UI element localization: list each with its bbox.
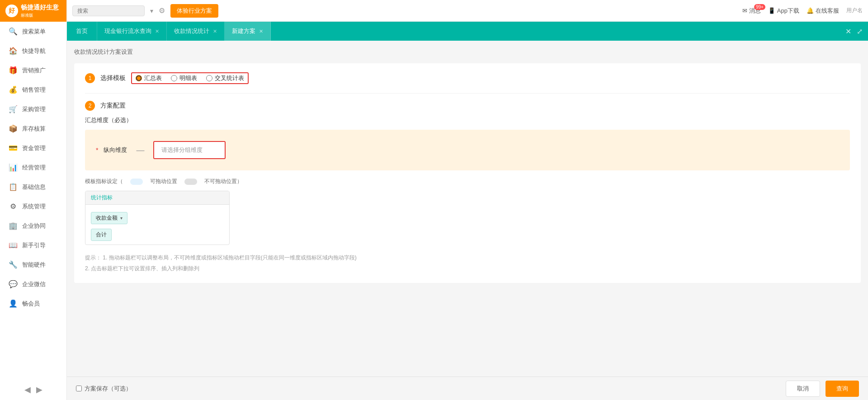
sidebar-item-label: 搜索菜单 (22, 28, 46, 36)
radio-summary[interactable]: 汇总表 (136, 74, 162, 82)
save-checkbox[interactable] (76, 386, 82, 391)
box-icon: 📦 (9, 124, 18, 133)
tab-new-plan-close[interactable]: ✕ (259, 28, 263, 34)
content-area: 收款情况统计方案设置 1 选择模板 汇总表 (67, 41, 868, 376)
radio-summary-input[interactable] (136, 75, 142, 81)
home-icon: 🏠 (9, 47, 18, 55)
sidebar-item-label: 资金管理 (22, 144, 46, 152)
asterisk: * (96, 146, 98, 154)
sidebar-item-search[interactable]: 🔍 搜索菜单 (0, 22, 66, 41)
cart-icon: 🛒 (9, 105, 18, 113)
sidebar-item-label: 采购管理 (22, 105, 46, 113)
settings-icon[interactable]: ⚙ (159, 6, 165, 15)
sidebar-footer: ◀ ▶ (0, 379, 66, 400)
sidebar-item-inventory[interactable]: 📦 库存核算 (0, 119, 66, 138)
sidebar-item-marketing[interactable]: 🎁 营销推广 (0, 61, 66, 80)
sidebar-item-label: 智能硬件 (22, 261, 46, 269)
stats-amount-tag[interactable]: 收款金额 ▾ (91, 212, 127, 224)
trial-button[interactable]: 体验行业方案 (170, 4, 218, 18)
sidebar-item-guide[interactable]: 📖 新手引导 (0, 235, 66, 255)
page-title: 收款情况统计方案设置 (74, 48, 861, 56)
book-icon: 📖 (9, 241, 18, 249)
stats-tag-row: 收款金额 ▾ (91, 212, 224, 224)
stats-amount-label: 收款金额 (96, 214, 118, 222)
radio-cross[interactable]: 交叉统计表 (206, 74, 244, 82)
bottom-buttons: 取消 查询 (786, 381, 859, 397)
online-service-label: 在线客服 (816, 7, 839, 15)
sidebar-item-sales[interactable]: 💰 销售管理 (0, 80, 66, 99)
stats-section-label: 统计指标 (85, 191, 229, 205)
dim-select-box[interactable]: 请选择分组维度 (153, 141, 226, 159)
chart-icon: 📊 (9, 163, 18, 172)
sidebar-item-purchase[interactable]: 🛒 采购管理 (0, 99, 66, 119)
sidebar-item-label: 企业微信 (22, 280, 46, 288)
tab-bank-label: 现金银行流水查询 (104, 27, 151, 35)
card-icon: 💳 (9, 144, 18, 152)
tab-receipt-stats-label: 收款情况统计 (174, 27, 209, 35)
radio-summary-label: 汇总表 (144, 74, 162, 82)
step1-row: 1 选择模板 汇总表 明细表 (85, 72, 850, 84)
tab-bank-close[interactable]: ✕ (155, 28, 159, 34)
maximize-icon[interactable]: ⤢ (857, 27, 863, 36)
sidebar-item-nav[interactable]: 🏠 快捷导航 (0, 41, 66, 61)
radio-detail-label: 明细表 (179, 74, 197, 82)
stats-content: 收款金额 ▾ 合计 (85, 208, 229, 245)
sidebar-item-enterprise[interactable]: 🏢 企业协同 (0, 216, 66, 235)
cancel-button[interactable]: 取消 (786, 381, 820, 397)
search-icon: 🔍 (9, 27, 18, 36)
tab-bank[interactable]: 现金银行流水查询 ✕ (97, 22, 167, 41)
sidebar-item-operations[interactable]: 📊 经营管理 (0, 158, 66, 177)
app-download-link[interactable]: 📱 App下载 (768, 7, 799, 15)
radio-detail[interactable]: 明细表 (171, 74, 197, 82)
tab-receipt-stats[interactable]: 收款情况统计 ✕ (167, 22, 225, 41)
query-button[interactable]: 查询 (826, 381, 859, 397)
sidebar-item-label: 畅会员 (22, 300, 40, 308)
sidebar-item-finance[interactable]: 💳 资金管理 (0, 138, 66, 158)
footer-icon-left[interactable]: ◀ (24, 385, 31, 395)
sidebar-item-base[interactable]: 📋 基础信息 (0, 177, 66, 197)
bottom-bar: 方案保存（可选） 取消 查询 (67, 376, 868, 400)
service-icon: 🔔 (807, 7, 814, 14)
tab-new-plan[interactable]: 新建方案 ✕ (225, 22, 271, 41)
dropdown-icon[interactable]: ▾ (150, 7, 153, 14)
save-label: 方案保存（可选） (85, 385, 132, 393)
sidebar-item-label: 销售管理 (22, 86, 46, 94)
footer-icon-right[interactable]: ▶ (36, 385, 42, 395)
user-icon: 👤 (9, 299, 18, 308)
stats-subtotal-tag: 合计 (91, 229, 112, 241)
sidebar-item-label: 企业协同 (22, 222, 46, 230)
step2-circle: 2 (85, 101, 95, 111)
app-logo: 好 畅捷通好生意 标准版 (0, 0, 66, 22)
step1-label: 选择模板 (100, 74, 126, 82)
username-display: 用户名 (846, 7, 863, 14)
radio-detail-input[interactable] (171, 75, 177, 81)
sidebar-item-smart[interactable]: 🔧 智能硬件 (0, 255, 66, 274)
search-input[interactable] (72, 5, 145, 16)
tab-receipt-close[interactable]: ✕ (213, 28, 217, 34)
step2-row: 2 方案配置 (85, 101, 850, 111)
sidebar-item-wechat[interactable]: 💬 企业微信 (0, 274, 66, 294)
vertical-dim-label: 纵向维度 (104, 146, 127, 154)
dim-placeholder: 请选择分组维度 (161, 146, 203, 154)
save-checkbox-label[interactable]: 方案保存（可选） (76, 385, 132, 393)
topbar: ▾ ⚙ 体验行业方案 ✉ 消息 99+ 📱 App下载 🔔 在线客服 用户名 (67, 0, 868, 22)
template-options: 汇总表 明细表 交叉统计表 (136, 74, 244, 82)
radio-cross-input[interactable] (206, 75, 212, 81)
app-name: 畅捷通好生意 (21, 4, 59, 12)
sidebar-item-system[interactable]: ⚙ 系统管理 (0, 197, 66, 216)
gear-icon: ⚙ (9, 202, 18, 211)
tips-section: 提示： 1. 拖动标题栏可以调整布局，不可跨维度或指标区域拖动栏目字段(只能在同… (85, 252, 850, 274)
message-badge[interactable]: ✉ 消息 99+ (742, 7, 761, 15)
message-icon: ✉ (742, 7, 747, 14)
sidebar-item-label: 新手引导 (22, 241, 46, 249)
step2-label: 方案配置 (100, 102, 126, 110)
settings-card: 1 选择模板 汇总表 明细表 (74, 63, 861, 283)
sidebar-item-label: 快捷导航 (22, 47, 46, 55)
sidebar-item-member[interactable]: 👤 畅会员 (0, 294, 66, 313)
sidebar-nav: 🔍 搜索菜单 🏠 快捷导航 🎁 营销推广 💰 销售管理 🛒 采购管理 📦 库存核… (0, 22, 66, 379)
online-service-link[interactable]: 🔔 在线客服 (807, 7, 839, 15)
tab-home[interactable]: 首页 (67, 22, 97, 41)
minimize-icon[interactable]: ✕ (845, 27, 851, 36)
step1-container: 选择模板 汇总表 明细表 (100, 72, 249, 84)
stats-sub-label: 合计 (96, 231, 107, 239)
